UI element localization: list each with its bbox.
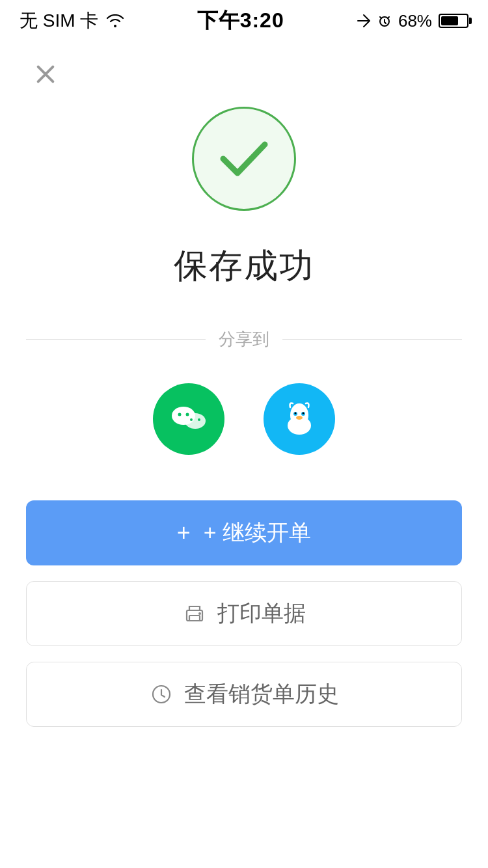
svg-point-5 <box>190 418 193 421</box>
wechat-icon <box>168 401 210 437</box>
battery-icon <box>439 14 468 28</box>
close-button[interactable] <box>26 55 65 94</box>
print-icon <box>182 601 207 626</box>
svg-point-11 <box>294 412 296 414</box>
svg-point-16 <box>198 612 201 615</box>
success-title: 保存成功 <box>174 243 314 289</box>
divider-left <box>26 339 206 340</box>
qq-icon <box>278 398 321 441</box>
continue-order-button[interactable]: + + 继续开单 <box>26 500 462 565</box>
close-x-icon <box>34 62 57 86</box>
history-button[interactable]: 查看销货单历史 <box>26 662 462 727</box>
sim-status: 无 SIM 卡 <box>20 8 98 33</box>
history-label: 查看销货单历史 <box>184 679 339 709</box>
svg-point-13 <box>296 416 303 420</box>
svg-point-3 <box>178 413 181 416</box>
print-label: 打印单据 <box>217 599 306 629</box>
main-content: 保存成功 分享到 <box>0 42 488 868</box>
svg-point-6 <box>198 418 200 421</box>
battery-percent: 68% <box>398 11 432 31</box>
divider-right <box>282 339 462 340</box>
alarm-icon <box>377 14 392 28</box>
status-bar: 无 SIM 卡 下午3:20 68% <box>0 0 488 42</box>
svg-point-12 <box>302 412 304 414</box>
svg-rect-15 <box>189 616 200 621</box>
share-icons <box>153 383 335 455</box>
location-icon <box>357 14 371 28</box>
status-time: 下午3:20 <box>197 7 284 35</box>
checkmark-icon <box>218 139 270 178</box>
wifi-icon <box>106 14 124 27</box>
status-right: 68% <box>357 11 468 31</box>
success-circle <box>192 107 296 211</box>
action-buttons: + + 继续开单 打印单据 查看销货单历史 <box>26 500 462 727</box>
share-divider: 分享到 <box>26 328 462 351</box>
continue-icon: + <box>177 519 191 547</box>
print-button[interactable]: 打印单据 <box>26 581 462 646</box>
svg-point-4 <box>185 413 189 416</box>
qq-share-button[interactable] <box>264 383 335 455</box>
history-icon <box>149 682 174 707</box>
status-left: 无 SIM 卡 <box>20 8 124 33</box>
share-label: 分享到 <box>219 328 269 351</box>
wechat-share-button[interactable] <box>153 383 224 455</box>
continue-label: + 继续开单 <box>204 518 311 548</box>
